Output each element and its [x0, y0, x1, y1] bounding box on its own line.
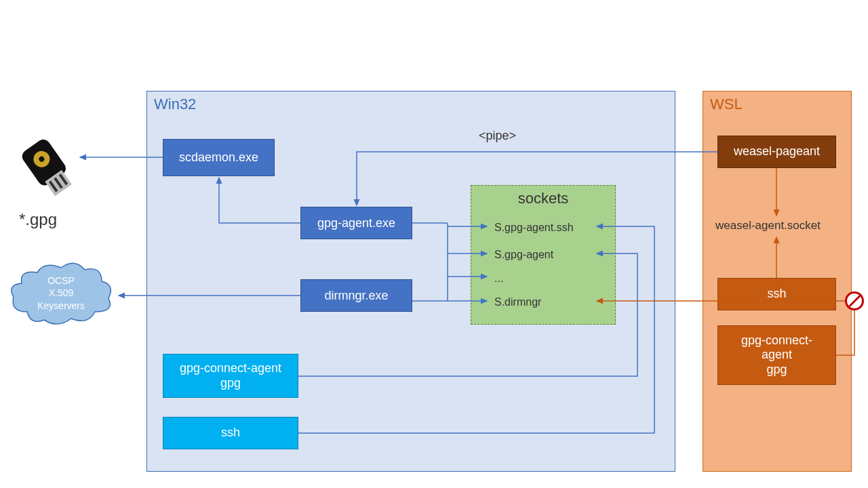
gpg-agent-box: gpg-agent.exe	[300, 207, 412, 239]
gpg-connect-wsl-box: gpg-connect- agent gpg	[717, 325, 836, 385]
socket-more: ...	[494, 272, 503, 285]
socket-ssh: S.gpg-agent.ssh	[494, 222, 574, 234]
gpg-connect-label: gpg-connect-agent gpg	[180, 361, 281, 390]
cloud-keyservers: OCSP X.509 Keyservers	[7, 258, 115, 329]
dirmngr-box: dirmngr.exe	[300, 279, 412, 312]
cloud-text: OCSP X.509 Keyservers	[37, 274, 85, 312]
gpg-connect-box: gpg-connect-agent gpg	[163, 354, 298, 398]
win32-label: Win32	[154, 96, 196, 113]
sockets-title: sockets	[471, 190, 615, 207]
gpg-agent-label: gpg-agent.exe	[317, 216, 395, 230]
weasel-pageant-box: weasel-pageant	[717, 136, 836, 168]
prohibit-icon	[845, 291, 864, 310]
yubikey-icon	[17, 136, 78, 200]
gpg-connect-wsl-label: gpg-connect- agent gpg	[741, 333, 812, 378]
sockets-box: sockets S.gpg-agent.ssh S.gpg-agent ... …	[471, 185, 616, 325]
scdaemon-label: scdaemon.exe	[179, 150, 258, 165]
scdaemon-box: scdaemon.exe	[163, 139, 275, 176]
socket-agent: S.gpg-agent	[494, 249, 553, 261]
dirmngr-label: dirmngr.exe	[324, 289, 388, 303]
wsl-label: WSL	[710, 96, 743, 113]
weasel-socket-label: weasel-agent.socket	[715, 219, 821, 232]
ssh-win32-box: ssh	[163, 417, 298, 449]
gpg-files-label: *.gpg	[19, 210, 57, 229]
weasel-pageant-label: weasel-pageant	[734, 144, 820, 159]
ssh-wsl-label: ssh	[767, 287, 786, 302]
ssh-win32-label: ssh	[221, 426, 240, 441]
socket-dirmngr: S.dirmngr	[494, 296, 541, 308]
pipe-label: <pipe>	[479, 129, 516, 143]
ssh-wsl-box: ssh	[717, 278, 836, 310]
